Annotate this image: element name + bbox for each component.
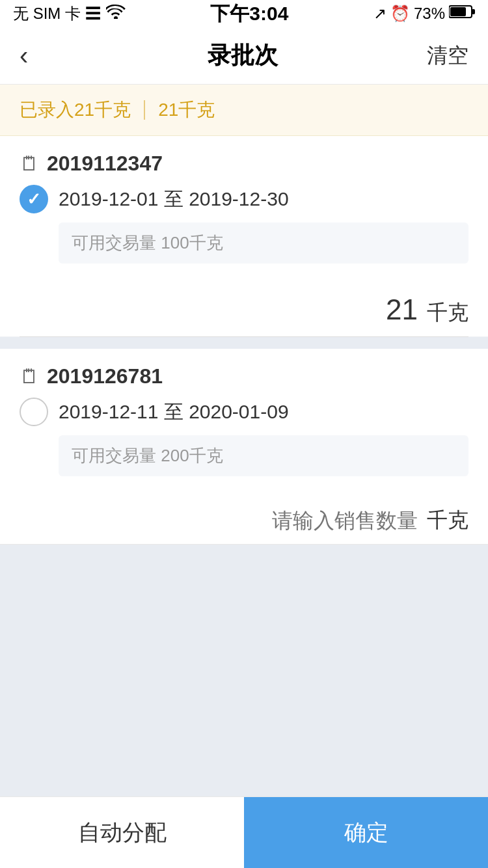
avail-box-2: 可用交易量 200千克: [59, 435, 468, 476]
confirm-button[interactable]: 确定: [244, 797, 488, 868]
nav-bar: ‹ 录批次 清空: [0, 27, 488, 85]
avail-text-2: 可用交易量 200千克: [72, 446, 223, 465]
batch-icon-2: 🗒: [20, 366, 39, 388]
avail-text-1: 可用交易量 100千克: [72, 233, 223, 252]
status-right: ↗ ⏰ 73%: [373, 5, 475, 23]
battery-icon: [449, 5, 475, 23]
battery-label: 73%: [414, 5, 445, 23]
status-bar: 无 SIM 卡 ☰ 下午3:04 ↗ ⏰ 73%: [0, 0, 488, 27]
sim-label: 无 SIM 卡 ☰: [13, 3, 101, 24]
batch-item-2: 🗒 2019126781 2019-12-11 至 2020-01-09 可用交…: [0, 349, 488, 496]
recorded-amount-label: 已录入21千克: [20, 98, 131, 122]
info-banner: 已录入21千克 21千克: [0, 85, 488, 136]
quantity-input-2[interactable]: [20, 509, 427, 533]
clear-button[interactable]: 清空: [427, 42, 468, 70]
batch-item-1: 🗒 2019112347 2019-12-01 至 2019-12-30 可用交…: [0, 136, 488, 283]
section-divider: [0, 337, 488, 349]
status-left: 无 SIM 卡 ☰: [13, 3, 126, 24]
batch-header-1: 🗒 2019112347: [20, 152, 468, 176]
batch-icon-1: 🗒: [20, 153, 39, 175]
avail-box-1: 可用交易量 100千克: [59, 223, 468, 264]
batch-radio-1[interactable]: [20, 185, 48, 213]
status-time: 下午3:04: [210, 1, 288, 27]
empty-area: [0, 545, 488, 824]
svg-rect-2: [450, 7, 466, 16]
bottom-bar: 自动分配 确定: [0, 796, 488, 868]
back-button[interactable]: ‹: [20, 41, 59, 70]
batch-id-1: 2019112347: [47, 152, 163, 176]
svg-rect-1: [472, 9, 475, 14]
wifi-icon: [106, 5, 126, 23]
auto-distribute-button[interactable]: 自动分配: [0, 797, 244, 868]
batch-header-2: 🗒 2019126781: [20, 364, 468, 388]
batch-date-2: 2019-12-11 至 2020-01-09: [59, 399, 289, 426]
batch-row-2: 2019-12-11 至 2020-01-09: [20, 398, 468, 426]
amount-number-1: 21: [386, 293, 418, 326]
batch-row-1: 2019-12-01 至 2019-12-30: [20, 185, 468, 213]
amount-unit-1: 千克: [427, 299, 468, 327]
location-icon: ↗: [373, 5, 386, 23]
amount-value-label: 21千克: [158, 98, 215, 122]
alarm-icon: ⏰: [390, 5, 410, 23]
page-title: 录批次: [208, 40, 278, 72]
amount-row-1: 21 千克: [0, 283, 488, 336]
batch-radio-2[interactable]: [20, 398, 48, 426]
batch-date-1: 2019-12-01 至 2019-12-30: [59, 186, 289, 213]
input-row-2: 千克: [0, 496, 488, 545]
input-unit-2: 千克: [427, 506, 468, 535]
batch-id-2: 2019126781: [47, 364, 163, 388]
info-divider: [144, 100, 145, 120]
